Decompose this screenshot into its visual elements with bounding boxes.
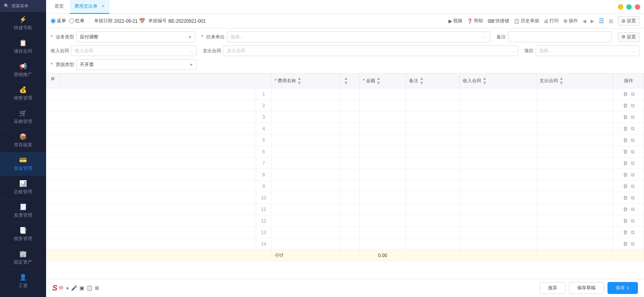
form-setting-btn[interactable]: ⚙ 设置 [618,32,639,42]
delete-icon[interactable]: 🗑 [623,183,628,189]
row-expense-contract[interactable] [536,146,613,158]
tab-home[interactable]: 首页 [50,0,68,14]
copy-icon[interactable]: ⧉ [631,91,634,97]
sidebar-item-fixed-assets[interactable]: 🏢 固定资产 [0,246,46,270]
sidebar-item-purchase-mgmt[interactable]: 🛒 采购管理 [0,106,46,129]
sidebar-item-capital-mgmt[interactable]: 💳 资金管理 [0,153,46,176]
sidebar-item-ops-mgmt[interactable]: 📈 经营管理 [0,293,46,297]
row-expense-name[interactable] [272,123,341,134]
row-income-contract[interactable] [460,238,536,250]
business-type-select[interactable]: 应付调整 ▼ [76,32,195,42]
row-expense-contract[interactable] [536,204,613,215]
row-amount[interactable] [360,146,406,158]
row-expense-contract[interactable] [536,134,613,146]
copy-icon[interactable]: ⧉ [631,149,634,155]
delete-icon[interactable]: 🗑 [623,241,628,247]
row-expense-contract[interactable] [536,238,613,250]
ops-action[interactable]: ⚙ 操作 [563,18,578,24]
win-close[interactable] [635,4,640,10]
delete-icon[interactable]: 🗑 [623,229,628,236]
brand-icon-2[interactable]: ♦ [66,285,69,291]
sidebar-item-marketing[interactable]: 📢 营销推广 [0,59,46,82]
row-amount[interactable] [360,111,406,123]
invoice-type-select[interactable]: 不开票 ▼ [76,59,197,70]
row-income-contract[interactable] [460,215,536,227]
win-maximize[interactable] [626,4,632,10]
delete-icon[interactable]: 🗑 [623,103,628,109]
row-amount[interactable] [360,100,406,111]
copy-icon[interactable]: ⧉ [631,206,634,212]
sidebar-item-tax-mgmt[interactable]: 📑 税务管理 [0,223,46,246]
copy-icon[interactable]: ⧉ [631,229,634,236]
row-income-contract[interactable] [460,227,536,238]
history-action[interactable]: 📋 历史单据 [514,18,539,24]
row-note[interactable] [406,134,460,146]
delete-icon[interactable]: 🗑 [623,126,628,132]
row-note[interactable] [406,88,460,100]
copy-icon[interactable]: ⧉ [631,241,634,247]
row-expense-contract[interactable] [536,215,613,227]
th-amount[interactable]: * 金额 ▲▼ [360,73,406,88]
row-amount[interactable] [360,238,406,250]
discard-button[interactable]: 放弃 [540,282,565,294]
row-income-contract[interactable] [460,123,536,134]
row-expense-name[interactable] [272,238,341,250]
row-note[interactable] [406,158,460,169]
th-expense-contract[interactable]: 支出合同 ▲▼ [536,73,613,88]
row-amount[interactable] [360,192,406,204]
delete-icon[interactable]: 🗑 [623,149,628,155]
th-income-contract[interactable]: 收入合同 ▲▼ [460,73,536,88]
brand-icon-5[interactable]: 📋 [86,285,93,291]
nav-prev[interactable]: ◀ [583,18,586,24]
delete-icon[interactable]: 🗑 [623,206,628,212]
save-draft-button[interactable]: 保存草稿 [569,282,604,294]
row-income-contract[interactable] [460,134,536,146]
expense-contract-input[interactable]: 支出合同 ... [223,45,518,56]
row-note[interactable] [406,100,460,111]
copy-icon[interactable]: ⧉ [631,103,634,109]
row-income-contract[interactable] [460,146,536,158]
brand-icon-3[interactable]: 🎤 [71,285,77,291]
row-note[interactable] [406,204,460,215]
video-action[interactable]: ▶ 视频 [449,18,462,24]
row-expense-contract[interactable] [536,100,613,111]
row-expense-name[interactable] [272,111,341,123]
row-income-contract[interactable] [460,111,536,123]
delete-icon[interactable]: 🗑 [623,172,628,178]
row-expense-contract[interactable] [536,169,613,181]
brand-icon-1[interactable]: 中 [59,285,64,292]
note-input[interactable] [508,32,612,42]
delete-icon[interactable]: 🗑 [623,137,628,143]
row-note[interactable] [406,192,460,204]
row-expense-name[interactable] [272,215,341,227]
delete-icon[interactable]: 🗑 [623,195,628,201]
row-amount[interactable] [360,169,406,181]
income-contract-input[interactable]: 收入合同 ... [71,45,197,56]
row-income-contract[interactable] [460,181,536,192]
row-income-contract[interactable] [460,169,536,181]
row-expense-contract[interactable] [536,158,613,169]
radio-blue[interactable]: 蓝单 [51,18,66,24]
row-amount[interactable] [360,158,406,169]
brand-icon-6[interactable]: ⊞ [95,285,99,291]
row-amount[interactable] [360,181,406,192]
copy-icon[interactable]: ⧉ [631,126,634,132]
shortcut-action[interactable]: ⌨ 快捷键 [488,18,509,24]
number-value[interactable]: BE-20220921-001 [168,18,205,24]
row-amount[interactable] [360,123,406,134]
delete-icon[interactable]: 🗑 [623,114,628,120]
row-note[interactable] [406,215,460,227]
counterpart-input[interactable]: 选择... ... [227,32,490,42]
view-list-icon[interactable]: ☰ [599,17,604,25]
sidebar-item-sales-mgmt[interactable]: 💰 销售管理 [0,82,46,106]
row-note[interactable] [406,227,460,238]
sidebar-item-accounting[interactable]: 📊 总账管理 [0,176,46,199]
row-note[interactable] [406,238,460,250]
project-input[interactable]: 选择... ... [536,45,639,56]
row-expense-name[interactable] [272,204,341,215]
row-amount[interactable] [360,215,406,227]
save-button[interactable]: 保存 ∨ [608,282,638,294]
row-expense-name[interactable] [272,100,341,111]
sidebar-item-invoice-mgmt[interactable]: 🧾 发票管理 [0,199,46,223]
row-income-contract[interactable] [460,100,536,111]
